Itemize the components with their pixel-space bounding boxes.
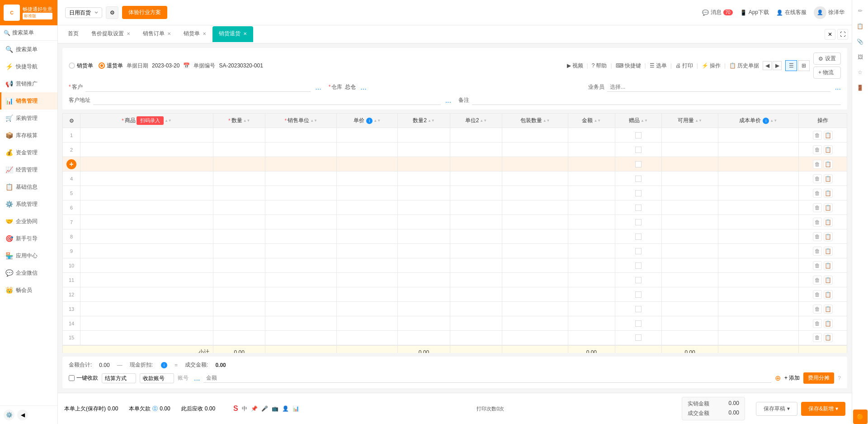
bottom-tool-mic[interactable]: 🎤	[261, 405, 268, 412]
copy-row-btn-4[interactable]: 📋	[824, 174, 833, 183]
row-gift-8[interactable]	[615, 229, 662, 244]
bottom-tool-pin[interactable]: 📌	[251, 405, 258, 412]
sidebar-item-operation[interactable]: 📈经营管理	[0, 161, 57, 178]
row-product-4[interactable]	[80, 172, 213, 186]
topbar-gear-btn[interactable]: ⚙	[106, 6, 118, 19]
gift-checkbox-5[interactable]	[635, 190, 642, 196]
row-qty2-8[interactable]	[398, 229, 450, 244]
row-gift-4[interactable]	[615, 172, 662, 186]
account-ellipsis[interactable]: ...	[194, 375, 200, 382]
copy-row-btn-8[interactable]: 📋	[824, 232, 833, 241]
gift-checkbox-2[interactable]	[635, 147, 642, 153]
row-unit2-6[interactable]	[450, 200, 502, 215]
row-pack-4[interactable]	[502, 172, 568, 186]
warehouse-ellipsis[interactable]: ...	[360, 84, 366, 91]
delete-row-btn-6[interactable]: 🗑	[813, 203, 822, 212]
row-cost-12[interactable]	[718, 287, 798, 302]
row-price-3[interactable]	[337, 157, 398, 172]
row-qty-6[interactable]	[213, 200, 265, 215]
sidebar-item-inventory[interactable]: 📦库存核算	[0, 127, 57, 144]
row-cost-1[interactable]	[718, 128, 798, 143]
row-amount-12[interactable]	[568, 287, 615, 302]
row-unit2-5[interactable]	[450, 186, 502, 200]
sidebar-item-finance[interactable]: 💰资金管理	[0, 144, 57, 161]
sort-arrows-cost[interactable]: ▲▼	[770, 119, 777, 123]
row-amount-4[interactable]	[568, 172, 615, 186]
row-unit-14[interactable]	[265, 316, 337, 331]
row-price-1[interactable]	[337, 128, 398, 143]
row-qty-7[interactable]	[213, 215, 265, 229]
save-new-btn[interactable]: 保存&新增 ▾	[801, 402, 845, 416]
row-price-5[interactable]	[337, 186, 398, 200]
row-unit-1[interactable]	[265, 128, 337, 143]
row-unit2-14[interactable]	[450, 316, 502, 331]
one-click-checkbox[interactable]: 一键收款	[69, 374, 98, 382]
customer-ellipsis[interactable]: ...	[315, 84, 321, 91]
delete-row-btn-13[interactable]: 🗑	[813, 305, 822, 314]
row-product-14[interactable]	[80, 316, 213, 331]
row-pack-14[interactable]	[502, 316, 568, 331]
sort-arrows-qty[interactable]: ▲▼	[243, 119, 250, 123]
tab-close-sales-return[interactable]: ✕	[243, 31, 247, 36]
row-cost-7[interactable]	[718, 215, 798, 229]
row-qty-5[interactable]	[213, 186, 265, 200]
gift-checkbox-8[interactable]	[635, 233, 642, 240]
collapse-icon[interactable]: ◀	[17, 410, 28, 420]
row-cost-8[interactable]	[718, 229, 798, 244]
tab-sales-return[interactable]: 销货退货✕	[212, 26, 253, 42]
history-next[interactable]: ▶	[773, 61, 782, 70]
row-pack-10[interactable]	[502, 258, 568, 273]
sidebar-item-wechat[interactable]: 💬企业微信	[0, 264, 57, 281]
float-attach-btn[interactable]: 📎	[853, 34, 868, 49]
row-amount-2[interactable]	[568, 143, 615, 157]
cost-info-icon[interactable]: i	[763, 118, 769, 124]
shortcut-btn[interactable]: ⌨ 快捷键	[616, 62, 641, 70]
trial-btn[interactable]: 体验行业方案	[122, 6, 167, 19]
app-download-btn[interactable]: 📱 App下载	[740, 9, 769, 16]
sidebar-item-sales[interactable]: 📊销售管理	[0, 92, 57, 110]
delete-row-btn-3[interactable]: 🗑	[813, 160, 822, 169]
row-qty-9[interactable]	[213, 244, 265, 258]
tab-close-sales-order[interactable]: ✕	[167, 31, 171, 36]
calendar-icon[interactable]: 📅	[183, 62, 190, 69]
row-available-11[interactable]	[662, 273, 718, 287]
grid-view-btn[interactable]: ⊞	[798, 60, 810, 71]
row-cost-15[interactable]	[718, 331, 798, 345]
delete-row-btn-7[interactable]: 🗑	[813, 218, 822, 227]
row-unit2-12[interactable]	[450, 287, 502, 302]
row-available-4[interactable]	[662, 172, 718, 186]
sidebar-item-search[interactable]: 🔍搜索菜单	[0, 41, 57, 58]
row-pack-2[interactable]	[502, 143, 568, 157]
gift-checkbox-10[interactable]	[635, 262, 642, 269]
gift-checkbox-1[interactable]	[635, 132, 642, 138]
row-unit-6[interactable]	[265, 200, 337, 215]
customer-input[interactable]	[85, 82, 311, 92]
current-due-circle[interactable]: ⓪	[152, 405, 158, 413]
row-available-5[interactable]	[662, 186, 718, 200]
tab-close-sales-delivery[interactable]: ✕	[203, 31, 206, 36]
row-unit-4[interactable]	[265, 172, 337, 186]
row-pack-3[interactable]	[502, 157, 568, 172]
row-amount-10[interactable]	[568, 258, 615, 273]
row-unit2-8[interactable]	[450, 229, 502, 244]
sidebar-item-marketing[interactable]: 📢营销推广	[0, 75, 57, 92]
row-product-10[interactable]	[80, 258, 213, 273]
sidebar-item-appstore[interactable]: 🏪应用中心	[0, 247, 57, 264]
row-unit2-10[interactable]	[450, 258, 502, 273]
row-unit-2[interactable]	[265, 143, 337, 157]
th-settings[interactable]: ⚙	[63, 114, 80, 128]
one-click-check[interactable]	[69, 375, 75, 381]
help-btn[interactable]: ? 帮助	[592, 62, 607, 70]
row-available-6[interactable]	[662, 200, 718, 215]
row-available-15[interactable]	[662, 331, 718, 345]
row-qty2-6[interactable]	[398, 200, 450, 215]
delete-row-btn-9[interactable]: 🗑	[813, 247, 822, 256]
row-amount-7[interactable]	[568, 215, 615, 229]
delete-row-btn-10[interactable]: 🗑	[813, 261, 822, 270]
bottom-tool-person[interactable]: 👤	[282, 405, 289, 412]
row-gift-11[interactable]	[615, 273, 662, 287]
sidebar-item-basic[interactable]: 📋基础信息	[0, 178, 57, 195]
row-gift-14[interactable]	[615, 316, 662, 331]
row-price-7[interactable]	[337, 215, 398, 229]
row-product-3[interactable]	[80, 157, 213, 172]
